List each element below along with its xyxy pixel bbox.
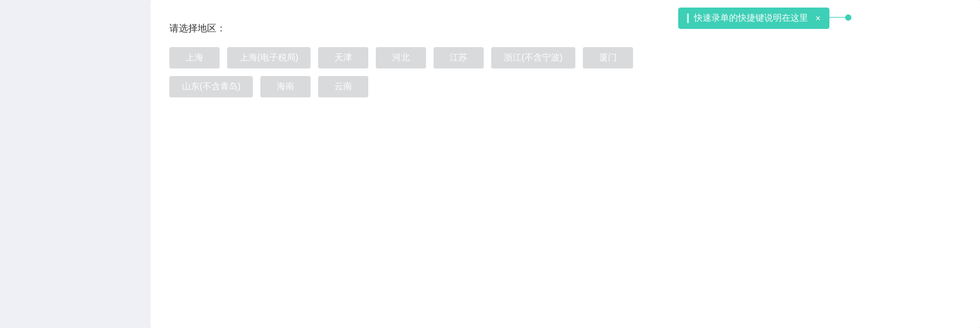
region-button-tianjin[interactable]: 天津 (318, 47, 368, 68)
tooltip-bar (687, 13, 689, 23)
region-button-shandong[interactable]: 山东(不含青岛) (169, 76, 253, 97)
region-section: 请选择地区： 上海上海(电子税局)天津河北江苏浙江(不含宁波)厦门 山东(不含青… (151, 0, 980, 128)
region-label: 请选择地区： (169, 23, 961, 35)
tooltip-close-button[interactable]: × (816, 13, 821, 23)
region-button-shanghai[interactable]: 上海 (169, 47, 220, 68)
region-buttons-row-1: 上海上海(电子税局)天津河北江苏浙江(不含宁波)厦门 (169, 47, 961, 68)
tooltip-banner: 快速录单的快捷键说明在这里 × (678, 8, 829, 29)
connector-dot (845, 14, 851, 21)
main-content: 请选择地区： 上海上海(电子税局)天津河北江苏浙江(不含宁波)厦门 山东(不含青… (151, 0, 980, 328)
region-button-hainan[interactable]: 海南 (260, 76, 311, 97)
region-button-yunnan[interactable]: 云南 (318, 76, 368, 97)
region-button-hebei[interactable]: 河北 (376, 47, 426, 68)
region-button-zhejiang[interactable]: 浙江(不含宁波) (491, 47, 575, 68)
connector-line (823, 17, 848, 18)
sidebar (0, 0, 151, 328)
tooltip-text: 快速录单的快捷键说明在这里 (694, 13, 808, 24)
region-button-shanghai-etax[interactable]: 上海(电子税局) (227, 47, 311, 68)
region-button-xiamen[interactable]: 厦门 (583, 47, 633, 68)
region-button-jiangsu[interactable]: 江苏 (434, 47, 484, 68)
region-buttons-row-2: 山东(不含青岛)海南云南 (169, 76, 961, 97)
